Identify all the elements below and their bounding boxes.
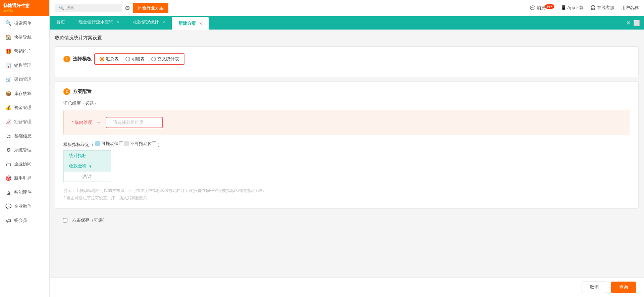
member-icon: 🏷 [5, 218, 11, 224]
tab-collection[interactable]: 收款情况统计 ✕ [126, 15, 172, 29]
weixin-icon: 💬 [5, 203, 11, 209]
save-label: 方案保存（可选） [72, 217, 107, 223]
search-icon: 🔍 [59, 6, 64, 10]
window-controls: ✕ ⬜ [626, 20, 644, 26]
metrics-header: 模板指标设定（ 可拖动位置 不可拖动位置 ） [63, 141, 630, 148]
sidebar-label-base: 基础信息 [14, 133, 32, 139]
sidebar-item-management[interactable]: 📈 经营管理 [0, 115, 49, 129]
sidebar-item-marketing[interactable]: 🎁 营销推广 [0, 44, 49, 58]
sidebar-item-search[interactable]: 🔍 搜索菜单 [0, 16, 49, 30]
sidebar-logo: 畅捷通好生意 标准版 [0, 0, 49, 16]
sidebar-label-search: 搜索菜单 [14, 20, 32, 26]
tab-new-plan-close[interactable]: ✕ [199, 22, 202, 26]
sidebar-label-purchase: 采购管理 [14, 77, 32, 83]
box-icon: 📦 [5, 91, 11, 97]
radio-detail[interactable]: 明细表 [125, 56, 145, 62]
chart-icon: 📊 [5, 62, 11, 68]
dropdown-icon: ▾ [89, 164, 92, 169]
dimension-select[interactable]: 请选择分组维度 [106, 117, 163, 128]
metrics-total-cell: 合计 [64, 171, 111, 182]
hints-section: 提示： 1.拖动标题栏可以调整布局，不可跨维度或指标区域拖动栏目字段(只能在同一… [63, 187, 630, 202]
industry-button[interactable]: 体验行业方案 [133, 3, 168, 13]
sidebar-label-nav: 快捷导航 [14, 34, 32, 40]
tab-cash-close[interactable]: ✕ [117, 20, 119, 24]
sidebar-item-inventory[interactable]: 📦 库存核算 [0, 87, 49, 101]
sidebar-item-guide[interactable]: 🎯 新手引导 [0, 171, 49, 185]
logo-text: 畅捷通好生意 [3, 3, 30, 8]
metrics-table-wrapper: 统计指标 收款金额 ▾ 合计 [63, 150, 111, 182]
sidebar-item-sales[interactable]: 📊 销售管理 [0, 58, 49, 72]
action-bar: 取消 查询 [50, 277, 644, 297]
user-name[interactable]: 用户名称 [621, 5, 639, 11]
non-draggable-badge: 不可拖动位置 [124, 141, 156, 147]
tab-cash[interactable]: 现金银行流水查询 ✕ [72, 15, 126, 29]
guide-icon: 🎯 [5, 175, 11, 181]
gift-icon: 🎁 [5, 48, 11, 54]
template-section: 1 选择模板 汇总表 明细表 交叉统计表 [55, 46, 639, 77]
sidebar-label-member: 畅会员 [14, 217, 27, 224]
radio-circle-summary [100, 57, 104, 61]
sidebar-item-nav[interactable]: 🏠 快捷导航 [0, 30, 49, 44]
sidebar-item-weixin[interactable]: 💬 企业微信 [0, 199, 49, 213]
sidebar-label-guide: 新手引导 [14, 175, 32, 181]
sidebar-item-base[interactable]: 🗂 基础信息 [0, 129, 49, 143]
step2-badge: 2 [63, 88, 70, 95]
notification-badge: 99+ [545, 4, 554, 9]
settings-icon[interactable]: ⚙ [125, 4, 130, 12]
cancel-button[interactable]: 取消 [582, 282, 607, 293]
sidebar-item-hardware[interactable]: 🖨 智能硬件 [0, 185, 49, 199]
sidebar-item-member[interactable]: 🏷 畅会员 [0, 213, 49, 228]
tab-new-plan[interactable]: 新建方案 ✕ [172, 17, 209, 30]
settings-icon: ⚙ [5, 147, 11, 153]
query-button[interactable]: 查询 [611, 282, 636, 293]
trending-icon: 📈 [5, 119, 11, 125]
search-bar[interactable]: 🔍 搜索 [55, 4, 122, 12]
sidebar-label-hardware: 智能硬件 [14, 189, 32, 195]
save-checkbox[interactable] [63, 218, 67, 222]
maximize-window-icon[interactable]: ⬜ [633, 20, 640, 26]
dimension-row-label: * 纵向维度 [72, 119, 92, 126]
sidebar-item-system[interactable]: ⚙ 系统管理 [0, 143, 49, 157]
tab-collection-close[interactable]: ✕ [162, 20, 165, 24]
sidebar: 畅捷通好生意 标准版 🔍 搜索菜单 🏠 快捷导航 🎁 营销推广 📊 销售管理 🛒… [0, 0, 50, 297]
tab-home[interactable]: 首页 [50, 15, 72, 29]
dimension-arrow-icon: → [96, 119, 102, 126]
notification-area[interactable]: 💬 消息 99+ [530, 5, 554, 11]
hint-2: 2.点击标题栏下拉可设置排序、插入列和删除列 [63, 195, 630, 202]
tab-nav: 首页 现金银行流水查询 ✕ 收款情况统计 ✕ 新建方案 ✕ [50, 15, 626, 30]
search-icon: 🔍 [5, 20, 11, 26]
non-draggable-dot [124, 141, 129, 146]
sidebar-item-finance[interactable]: 💰 资金管理 [0, 101, 49, 115]
sidebar-item-collab[interactable]: 🗃 企业协同 [0, 157, 49, 171]
support-link[interactable]: 🎧 在线客服 [590, 5, 614, 11]
sidebar-label-management: 经营管理 [14, 119, 32, 125]
notification-label: 消息 [537, 5, 545, 10]
sidebar-item-purchase[interactable]: 🛒 采购管理 [0, 72, 49, 87]
top-header: 🔍 搜索 ⚙ 体验行业方案 💬 消息 99+ 📱 App下载 🎧 在线客服 用户… [50, 0, 644, 16]
template-radio-group: 汇总表 明细表 交叉统计表 [94, 53, 184, 65]
search-placeholder: 搜索 [66, 5, 74, 11]
radio-summary[interactable]: 汇总表 [100, 56, 119, 62]
radio-circle-cross [151, 57, 156, 61]
sidebar-label-system: 系统管理 [14, 147, 32, 153]
sidebar-label-marketing: 营销推广 [14, 48, 32, 54]
cart-icon: 🛒 [5, 77, 11, 83]
metrics-column-header[interactable]: 收款金额 ▾ [64, 161, 111, 171]
draggable-dot [95, 141, 100, 146]
dimension-title: 汇总维度（必选） [63, 100, 630, 106]
download-link[interactable]: 📱 App下载 [561, 5, 584, 11]
tab-bar: 首页 现金银行流水查询 ✕ 收款情况统计 ✕ 新建方案 ✕ ✕ ⬜ [50, 16, 644, 30]
section1-title: 选择模板 [73, 56, 92, 62]
sidebar-label-inventory: 库存核算 [14, 91, 32, 97]
stat-section-label: 统计指标 [69, 153, 87, 159]
section2-header: 2 方案配置 [63, 88, 630, 95]
radio-cross[interactable]: 交叉统计表 [151, 56, 179, 62]
step1-badge: 1 [63, 56, 70, 62]
section1-header: 1 选择模板 汇总表 明细表 交叉统计表 [63, 53, 630, 65]
header-left: 🔍 搜索 ⚙ 体验行业方案 [55, 3, 168, 13]
close-window-icon[interactable]: ✕ [626, 20, 631, 26]
home-icon: 🏠 [5, 34, 11, 40]
logo-badge: 标准版 [3, 8, 30, 13]
section2-title: 方案配置 [73, 89, 92, 95]
header-right: 💬 消息 99+ 📱 App下载 🎧 在线客服 用户名称 [530, 5, 639, 11]
